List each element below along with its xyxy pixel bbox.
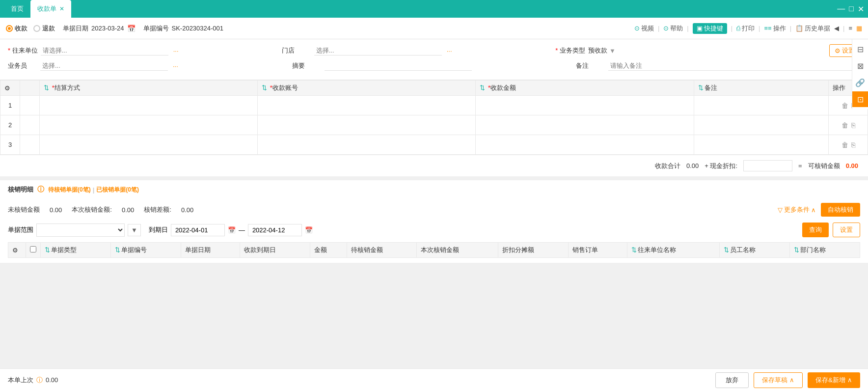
query-button[interactable]: 查询 bbox=[802, 223, 829, 237]
help-action[interactable]: ⊙ 帮助 bbox=[663, 24, 683, 33]
row3-notes[interactable] bbox=[694, 135, 828, 155]
video-action[interactable]: ⊙ 视频 bbox=[634, 24, 654, 33]
sort-amount-icon[interactable]: ⇅ bbox=[480, 84, 485, 91]
setting-icon: ⚙ bbox=[835, 47, 841, 55]
discount-input[interactable] bbox=[743, 160, 792, 171]
counterpart-more-icon[interactable]: ··· bbox=[171, 47, 181, 55]
th-gear[interactable]: ⚙ bbox=[0, 81, 20, 96]
sidebar-clipboard-icon[interactable]: ⊠ bbox=[852, 58, 868, 74]
done-tab[interactable]: 已核销单据(0笔) bbox=[96, 186, 139, 194]
row3-amount[interactable] bbox=[476, 135, 694, 155]
sort-dept-icon[interactable]: ⇅ bbox=[794, 246, 799, 253]
sidebar-expand-icon[interactable]: ⊡ bbox=[852, 91, 868, 107]
due-date-end-input[interactable] bbox=[248, 224, 302, 236]
row1-notes[interactable] bbox=[694, 96, 828, 115]
row3-settlement[interactable] bbox=[40, 135, 258, 155]
operation-icon: ≡≡ bbox=[764, 25, 771, 32]
verification-info-icon[interactable]: ⓘ bbox=[37, 185, 44, 194]
operation-action[interactable]: ≡≡ 操作 bbox=[764, 24, 786, 33]
verify-table-header: ⚙ ⇅单据类型 ⇅单据编号 单据日期 收款到期日 金额 待核销金额 本次核销金额… bbox=[8, 243, 860, 258]
list-view-icon[interactable]: ≡ bbox=[848, 25, 852, 32]
sort-number-icon[interactable]: ⇅ bbox=[115, 246, 120, 253]
maximize-button[interactable]: □ bbox=[849, 4, 854, 13]
save-new-arrow-icon: ∧ bbox=[847, 376, 852, 384]
auto-verify-button[interactable]: 自动核销 bbox=[821, 203, 860, 217]
row2-delete-icon[interactable]: 🗑 bbox=[841, 121, 848, 129]
row1-amount[interactable] bbox=[476, 96, 694, 115]
calendar-start-icon[interactable]: 📅 bbox=[228, 226, 236, 234]
tab-bar: 首页 收款单 ✕ — □ ✕ bbox=[0, 0, 868, 18]
tab-receipt[interactable]: 收款单 ✕ bbox=[30, 0, 71, 18]
sort-type-icon[interactable]: ⇅ bbox=[45, 246, 50, 253]
verification-title: 核销明细 ⓘ 待核销单据(0笔) | 已核销单据(0笔) bbox=[8, 185, 139, 194]
radio-refund[interactable]: 退款 bbox=[33, 24, 55, 33]
row3-delete-icon[interactable]: 🗑 bbox=[841, 141, 848, 149]
date-range-separator: — bbox=[239, 226, 245, 234]
row2-copy-icon[interactable]: ⎘ bbox=[851, 121, 855, 129]
vth-gear[interactable]: ⚙ bbox=[8, 243, 26, 258]
save-draft-button[interactable]: 保存草稿 ∧ bbox=[754, 372, 803, 388]
calendar-icon[interactable]: 📅 bbox=[127, 25, 136, 32]
row3-copy-icon[interactable]: ⎘ bbox=[851, 141, 855, 149]
footer-info-icon[interactable]: ⓘ bbox=[36, 376, 43, 385]
form-area: 往来单位 ··· 门店 ··· 业务类型 预收款 ▼ ⚙ 设置 bbox=[0, 39, 868, 80]
sidebar-link-icon[interactable]: 🔗 bbox=[852, 75, 868, 90]
tab-home[interactable]: 首页 bbox=[4, 0, 30, 18]
abandon-button[interactable]: 放弃 bbox=[715, 372, 749, 388]
row1-settlement[interactable] bbox=[40, 96, 258, 115]
save-new-button[interactable]: 保存&新增 ∧ bbox=[808, 372, 860, 388]
row2-notes[interactable] bbox=[694, 115, 828, 135]
due-date-start-input[interactable] bbox=[171, 224, 225, 236]
shop-field: 门店 ··· bbox=[282, 46, 556, 56]
row2-settlement[interactable] bbox=[40, 115, 258, 135]
nav-left-icon[interactable]: ◀ bbox=[834, 25, 839, 32]
business-type-dropdown-icon[interactable]: ▼ bbox=[609, 47, 616, 55]
verify-settings-button[interactable]: 设置 bbox=[833, 223, 860, 237]
row1-account[interactable] bbox=[258, 96, 476, 115]
summary-input[interactable] bbox=[325, 61, 472, 71]
vth-checkbox[interactable] bbox=[26, 243, 41, 258]
row2-account[interactable] bbox=[258, 115, 476, 135]
grid-view-icon[interactable]: ▦ bbox=[856, 25, 862, 32]
pending-tab[interactable]: 待核销单据(0笔) bbox=[48, 186, 91, 194]
toolbar: 收款 退款 单据日期 2023-03-24 📅 单据编号 SK-20230324… bbox=[0, 18, 868, 39]
staff-input[interactable] bbox=[40, 61, 168, 71]
print-action[interactable]: ⎙ 打印 bbox=[736, 24, 755, 33]
date-field: 单据日期 2023-03-24 📅 bbox=[63, 24, 136, 33]
vth-due: 收款到期日 bbox=[240, 243, 310, 258]
calendar-end-icon[interactable]: 📅 bbox=[305, 226, 313, 234]
radio-receipt[interactable]: 收款 bbox=[6, 24, 27, 33]
window-controls: — □ ✕ bbox=[837, 4, 864, 14]
vth-staff: ⇅员工名称 bbox=[720, 243, 790, 258]
sort-account-icon[interactable]: ⇅ bbox=[262, 84, 267, 91]
select-all-checkbox[interactable] bbox=[30, 246, 36, 252]
counterpart-input[interactable] bbox=[41, 46, 168, 56]
shortcut-icon: ▣ bbox=[697, 25, 703, 32]
range-dropdown-button[interactable]: ▼ bbox=[128, 224, 141, 236]
notes-input[interactable] bbox=[608, 61, 860, 71]
row3-account[interactable] bbox=[258, 135, 476, 155]
row2-amount[interactable] bbox=[476, 115, 694, 135]
shortcut-action[interactable]: ▣ 快捷键 bbox=[693, 23, 727, 34]
sort-counterpart-icon[interactable]: ⇅ bbox=[631, 246, 637, 253]
tab-close-icon[interactable]: ✕ bbox=[59, 5, 64, 12]
range-select[interactable] bbox=[36, 223, 125, 237]
vth-current: 本次核销金额 bbox=[417, 243, 498, 258]
footer-left: 本单上次 ⓘ 0.00 bbox=[8, 376, 58, 385]
counterpart-field: 往来单位 ··· bbox=[8, 46, 282, 56]
more-conditions-button[interactable]: ▽ 更多条件 ∧ bbox=[778, 205, 816, 214]
range-field: 单据范围 ▼ bbox=[8, 223, 141, 237]
minimize-button[interactable]: — bbox=[837, 4, 845, 13]
sort-settlement-icon[interactable]: ⇅ bbox=[44, 84, 49, 91]
right-sidebar: ⊟ ⊠ 🔗 ⊡ bbox=[852, 39, 868, 109]
sort-notes-icon[interactable]: ⇅ bbox=[698, 84, 704, 91]
shop-more-icon[interactable]: ··· bbox=[445, 47, 454, 55]
close-button[interactable]: ✕ bbox=[858, 4, 864, 14]
receipt-type-group: 收款 退款 bbox=[6, 24, 55, 33]
history-action[interactable]: 📋 历史单据 bbox=[795, 24, 830, 33]
staff-more-icon[interactable]: ··· bbox=[171, 62, 180, 70]
shop-input[interactable] bbox=[314, 46, 442, 56]
sidebar-table-icon[interactable]: ⊟ bbox=[852, 41, 868, 57]
row1-delete-icon[interactable]: 🗑 bbox=[841, 102, 848, 110]
sort-staff-icon[interactable]: ⇅ bbox=[724, 246, 729, 253]
